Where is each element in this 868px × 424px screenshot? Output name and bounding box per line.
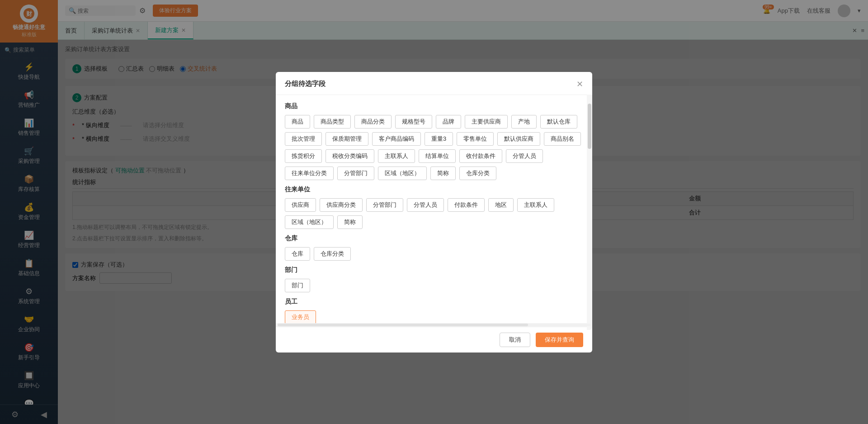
field-wanglai-fl[interactable]: 往来单位分类 xyxy=(285,167,334,180)
field-gys[interactable]: 供应商 xyxy=(285,198,316,212)
field-guige[interactable]: 规格型号 xyxy=(395,115,432,129)
field-lianxiren[interactable]: 主联系人 xyxy=(517,198,554,212)
field-jiesuan-dw[interactable]: 结算单位 xyxy=(419,149,456,163)
field-pinpai[interactable]: 品牌 xyxy=(436,115,461,129)
field-zhuyao-gys[interactable]: 主要供应商 xyxy=(465,115,508,129)
field-zhongliang[interactable]: 重量3 xyxy=(425,132,453,146)
field-fen-ry[interactable]: 分管人员 xyxy=(407,198,444,212)
dialog-hscrollbar[interactable] xyxy=(276,323,592,327)
dialog-scrollbar-thumb xyxy=(588,104,591,149)
field-shangpin[interactable]: 商品 xyxy=(285,115,310,129)
field-fujkuan[interactable]: 付款条件 xyxy=(448,198,485,212)
dialog: 分组待选字段 ✕ 商品 商品 商品类型 商品分类 规格型号 品牌 主要供应商 产… xyxy=(276,72,592,353)
field-kehu-bm[interactable]: 客户商品编码 xyxy=(372,132,421,146)
field-fenlei[interactable]: 商品分类 xyxy=(354,115,392,129)
field-baozhi[interactable]: 保质期管理 xyxy=(326,132,368,146)
field-pihuo[interactable]: 拣货积分 xyxy=(285,149,322,163)
goods-fields-grid: 商品 商品类型 商品分类 规格型号 品牌 主要供应商 产地 默认仓库 批次管理 … xyxy=(285,115,583,180)
field-biaoming[interactable]: 商品别名 xyxy=(544,132,581,146)
field-lingshou-dw[interactable]: 零售单位 xyxy=(457,132,494,146)
section-bumen-title: 部门 xyxy=(285,266,583,274)
dialog-hscrollbar-thumb xyxy=(278,324,528,326)
section-goods-title: 商品 xyxy=(285,102,583,110)
dialog-footer: 取消 保存并查询 xyxy=(276,327,592,353)
field-ck[interactable]: 仓库 xyxy=(285,247,310,261)
dialog-body: 商品 商品 商品类型 商品分类 规格型号 品牌 主要供应商 产地 默认仓库 批次… xyxy=(276,95,592,323)
field-jiancheng2[interactable]: 简称 xyxy=(337,215,363,229)
bumen-fields-grid: 部门 xyxy=(285,279,583,292)
dialog-cancel-btn[interactable]: 取消 xyxy=(500,333,530,347)
field-chandi[interactable]: 产地 xyxy=(511,115,537,129)
field-pici[interactable]: 批次管理 xyxy=(285,132,322,146)
field-bm[interactable]: 部门 xyxy=(285,279,310,292)
yuangong-fields-grid: 业务员 xyxy=(285,310,583,323)
cangku-fields-grid: 仓库 仓库分类 xyxy=(285,247,583,261)
field-fen-bm[interactable]: 分管部门 xyxy=(366,198,403,212)
dialog-scrollbar[interactable] xyxy=(587,95,592,330)
dialog-header: 分组待选字段 ✕ xyxy=(276,72,592,95)
dialog-save-btn[interactable]: 保存并查询 xyxy=(536,333,583,347)
section-wanglai-title: 往来单位 xyxy=(285,186,583,194)
wanglai-fields-grid: 供应商 供应商分类 分管部门 分管人员 付款条件 地区 主联系人 区域（地区） … xyxy=(285,198,583,229)
field-moren-gys[interactable]: 默认供应商 xyxy=(497,132,540,146)
field-quyu2[interactable]: 区域（地区） xyxy=(285,215,334,229)
field-ck-fl[interactable]: 仓库分类 xyxy=(314,247,351,261)
field-moren-ck[interactable]: 默认仓库 xyxy=(540,115,577,129)
field-cangku-fl[interactable]: 仓库分类 xyxy=(459,167,496,180)
field-fenguan-bm[interactable]: 分管部门 xyxy=(337,167,374,180)
field-fukuan[interactable]: 收付款条件 xyxy=(459,149,502,163)
dialog-hscrollbar-track xyxy=(278,324,590,326)
field-fenguan[interactable]: 分管人员 xyxy=(506,149,543,163)
field-jiancheng[interactable]: 简称 xyxy=(430,167,456,180)
section-cangku-title: 仓库 xyxy=(285,234,583,243)
dialog-close-icon[interactable]: ✕ xyxy=(576,79,583,89)
field-shuishou[interactable]: 税收分类编码 xyxy=(326,149,374,163)
section-yuangong-title: 员工 xyxy=(285,298,583,306)
field-gys-fl[interactable]: 供应商分类 xyxy=(320,198,363,212)
field-ywy[interactable]: 业务员 xyxy=(285,310,316,323)
field-leixing[interactable]: 商品类型 xyxy=(314,115,351,129)
field-zhulianxi[interactable]: 主联系人 xyxy=(378,149,415,163)
field-diqu[interactable]: 地区 xyxy=(488,198,514,212)
dialog-overlay: 分组待选字段 ✕ 商品 商品 商品类型 商品分类 规格型号 品牌 主要供应商 产… xyxy=(0,0,868,424)
field-quyu[interactable]: 区域（地区） xyxy=(378,167,427,180)
dialog-title: 分组待选字段 xyxy=(285,80,326,88)
